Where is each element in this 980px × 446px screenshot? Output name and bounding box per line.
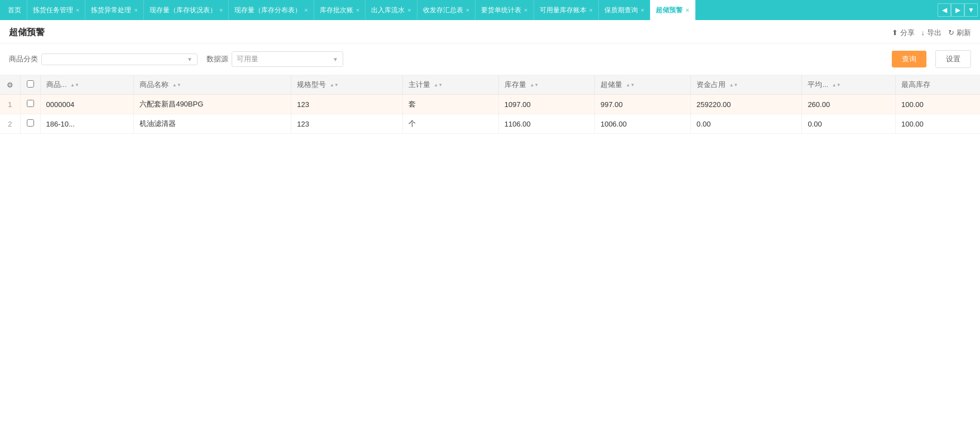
nav-tab-avail-ledger[interactable]: 可用量库存账本 × [534, 0, 599, 20]
nav-tab-order-stat[interactable]: 要货单统计表 × [475, 0, 534, 20]
table-header-row: ⚙ 商品... ▲▼ 商品名称 ▲▼ 规格型号 ▲▼ [0, 75, 980, 95]
close-icon[interactable]: × [76, 7, 79, 13]
gear-icon[interactable]: ⚙ [7, 81, 13, 89]
product-code-cell: 186-10... [40, 114, 134, 134]
header-actions: ⬆ 分享 ↓ 导出 ↻ 刷新 [892, 28, 972, 38]
export-icon: ↓ [921, 28, 925, 37]
avg-column-header[interactable]: 平均... ▲▼ [802, 75, 896, 95]
close-icon[interactable]: × [466, 7, 469, 13]
capital-cell: 0.00 [691, 114, 802, 134]
nav-tab-inventory-dist[interactable]: 现存量（库存分布表） × [229, 0, 314, 20]
overstock-cell: 997.00 [594, 95, 690, 114]
page-title: 超储预警 [9, 27, 45, 38]
table-row: 1 0000004 六配套新昌490BPG 123 套 1097.00 997.… [0, 95, 980, 114]
product-name-cell: 六配套新昌490BPG [134, 95, 291, 114]
nav-more-button[interactable]: ▼ [964, 3, 978, 17]
close-icon[interactable]: × [407, 7, 411, 13]
overstock-column-header[interactable]: 超储量 ▲▼ [594, 75, 690, 95]
checkbox-column-header[interactable] [20, 75, 40, 95]
sort-icon: ▲▼ [70, 83, 79, 88]
sort-icon: ▲▼ [530, 83, 539, 88]
row-checkbox[interactable] [27, 119, 34, 127]
sort-icon: ▲▼ [729, 83, 738, 88]
gear-column-header[interactable]: ⚙ [0, 75, 20, 95]
close-icon[interactable]: × [219, 7, 223, 13]
avg-cell: 0.00 [802, 114, 896, 134]
row-number: 2 [0, 114, 20, 134]
nav-tab-inventory-status[interactable]: 现存量（库存状况表） × [144, 0, 229, 20]
unit-column-header[interactable]: 主计量 ▲▼ [402, 75, 498, 95]
overstock-cell: 1006.00 [594, 114, 690, 134]
max-stock-cell: 100.00 [896, 114, 980, 134]
datasource-select[interactable]: 可用量 ▼ [232, 51, 343, 67]
data-table: ⚙ 商品... ▲▼ 商品名称 ▲▼ 规格型号 ▲▼ [0, 75, 980, 134]
refresh-button[interactable]: ↻ 刷新 [948, 28, 971, 38]
nav-arrows: ◀ ▶ ▼ [938, 3, 978, 17]
nav-tab-home[interactable]: 首页 [2, 0, 27, 20]
capital-cell: 259220.00 [691, 95, 802, 114]
chevron-down-icon: ▼ [187, 56, 193, 62]
datasource-filter: 数据源 可用量 ▼ [206, 51, 343, 67]
row-number: 1 [0, 95, 20, 114]
row-checkbox-cell[interactable] [20, 114, 40, 134]
table-container: ⚙ 商品... ▲▼ 商品名称 ▲▼ 规格型号 ▲▼ [0, 75, 980, 134]
product-code-cell: 0000004 [40, 95, 134, 114]
share-button[interactable]: ⬆ 分享 [892, 28, 915, 38]
close-icon[interactable]: × [589, 7, 593, 13]
max-stock-cell: 100.00 [896, 95, 980, 114]
product-name-column-header[interactable]: 商品名称 ▲▼ [134, 75, 291, 95]
share-icon: ⬆ [892, 28, 898, 37]
datasource-label: 数据源 [206, 54, 228, 64]
max-stock-column-header[interactable]: 最高库存 [896, 75, 980, 95]
close-icon[interactable]: × [685, 7, 689, 13]
select-all-checkbox[interactable] [27, 80, 34, 88]
stock-column-header[interactable]: 库存量 ▲▼ [498, 75, 594, 95]
nav-tab-overstock[interactable]: 超储预警 × [650, 0, 695, 20]
nav-tab-exception[interactable]: 拣货异常处理 × [85, 0, 143, 20]
spec-cell: 123 [291, 114, 402, 134]
capital-column-header[interactable]: 资金占用 ▲▼ [691, 75, 802, 95]
spec-column-header[interactable]: 规格型号 ▲▼ [291, 75, 402, 95]
avg-cell: 260.00 [802, 95, 896, 114]
sort-icon: ▲▼ [626, 83, 635, 88]
product-code-column-header[interactable]: 商品... ▲▼ [40, 75, 134, 95]
filter-bar: 商品分类 ▼ 数据源 可用量 ▼ 查询 设置 [0, 43, 980, 75]
unit-cell: 个 [402, 114, 498, 134]
sort-icon: ▲▼ [434, 83, 443, 88]
table-row: 2 186-10... 机油滤清器 123 个 1106.00 1006.00 … [0, 114, 980, 134]
sort-icon: ▲▼ [832, 83, 841, 88]
category-filter: 商品分类 ▼ [9, 54, 198, 65]
nav-tab-quality-query[interactable]: 保质期查询 × [599, 0, 650, 20]
nav-prev-button[interactable]: ◀ [938, 3, 951, 17]
nav-tab-batch-ledger[interactable]: 库存批次账 × [314, 0, 366, 20]
spec-cell: 123 [291, 95, 402, 114]
sort-icon: ▲▼ [172, 83, 181, 88]
nav-next-button[interactable]: ▶ [951, 3, 964, 17]
close-icon[interactable]: × [304, 7, 308, 13]
top-nav: 首页 拣货任务管理 × 拣货异常处理 × 现存量（库存状况表） × 现存量（库存… [0, 0, 980, 20]
query-button[interactable]: 查询 [892, 51, 926, 67]
row-checkbox-cell[interactable] [20, 95, 40, 114]
page-container: 超储预警 ⬆ 分享 ↓ 导出 ↻ 刷新 商品分类 ▼ 数据源 [0, 20, 980, 446]
page-header: 超储预警 ⬆ 分享 ↓ 导出 ↻ 刷新 [0, 20, 980, 43]
nav-tab-in-out-flow[interactable]: 出入库流水 × [366, 0, 417, 20]
close-icon[interactable]: × [134, 7, 137, 13]
setting-button[interactable]: 设置 [935, 50, 971, 68]
export-button[interactable]: ↓ 导出 [921, 28, 942, 38]
close-icon[interactable]: × [641, 7, 644, 13]
close-icon[interactable]: × [356, 7, 359, 13]
sort-icon: ▲▼ [330, 83, 339, 88]
row-checkbox[interactable] [27, 100, 34, 107]
stock-cell: 1106.00 [498, 114, 594, 134]
refresh-icon: ↻ [948, 28, 954, 37]
nav-tab-recv-summary[interactable]: 收发存汇总表 × [417, 0, 475, 20]
unit-cell: 套 [402, 95, 498, 114]
category-select[interactable]: ▼ [41, 54, 198, 65]
nav-tab-task-mgmt[interactable]: 拣货任务管理 × [27, 0, 85, 20]
stock-cell: 1097.00 [498, 95, 594, 114]
category-label: 商品分类 [9, 54, 38, 64]
datasource-select-value: 可用量 [237, 54, 258, 64]
close-icon[interactable]: × [524, 7, 527, 13]
product-name-cell: 机油滤清器 [134, 114, 291, 134]
chevron-down-icon: ▼ [333, 56, 338, 62]
